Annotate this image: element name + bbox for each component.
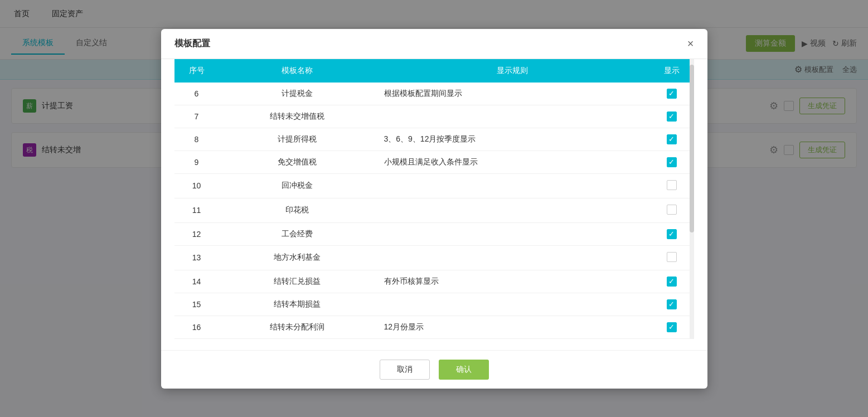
cell-id-5: 11 (174, 198, 219, 222)
modal-overlay: 模板配置 × 序号 模板名称 显示规则 显示 6计提税金根据模板配置期间显 (0, 0, 868, 417)
cell-check-0 (649, 83, 694, 105)
cell-id-4: 10 (174, 173, 219, 198)
col-header-id: 序号 (174, 59, 219, 83)
cell-name-6: 工会经费 (219, 222, 375, 245)
modal-template-config: 模板配置 × 序号 模板名称 显示规则 显示 6计提税金根据模板配置期间显 (161, 29, 707, 389)
cell-name-4: 回冲税金 (219, 173, 375, 198)
table-row: 13地方水利基金 (174, 245, 694, 270)
cell-rule-0: 根据模板配置期间显示 (375, 83, 649, 105)
cell-rule-9 (375, 293, 649, 316)
cell-name-7: 地方水利基金 (219, 245, 375, 270)
cell-check-5 (649, 198, 694, 222)
cell-id-2: 8 (174, 128, 219, 151)
cell-id-1: 7 (174, 105, 219, 128)
modal-body: 序号 模板名称 显示规则 显示 6计提税金根据模板配置期间显示7结转未交增值税8… (161, 59, 707, 350)
cell-check-8 (649, 270, 694, 293)
checkbox-6[interactable] (667, 229, 677, 239)
col-header-display: 显示 (649, 59, 694, 83)
cell-check-10 (649, 316, 694, 338)
col-header-name: 模板名称 (219, 59, 375, 83)
cell-name-5: 印花税 (219, 198, 375, 222)
cell-rule-7 (375, 245, 649, 270)
checkbox-3[interactable] (667, 157, 677, 167)
scroll-thumb (690, 65, 694, 232)
cell-rule-8: 有外币核算显示 (375, 270, 649, 293)
cell-rule-6 (375, 222, 649, 245)
scrollbar[interactable] (690, 59, 694, 339)
cell-name-8: 结转汇兑损益 (219, 270, 375, 293)
table-row: 9免交增值税小规模且满足收入条件显示 (174, 151, 694, 173)
cell-rule-1 (375, 105, 649, 128)
table-row: 16结转未分配利润12月份显示 (174, 316, 694, 338)
table-row: 15结转本期损益 (174, 293, 694, 316)
checkbox-4[interactable] (667, 180, 677, 190)
checkbox-10[interactable] (667, 322, 677, 332)
cell-name-0: 计提税金 (219, 83, 375, 105)
confirm-button[interactable]: 确认 (439, 360, 489, 380)
cell-id-3: 9 (174, 151, 219, 173)
checkbox-7[interactable] (667, 252, 677, 262)
cell-name-2: 计提所得税 (219, 128, 375, 151)
checkbox-1[interactable] (667, 111, 677, 122)
cell-rule-5 (375, 198, 649, 222)
cell-name-9: 结转本期损益 (219, 293, 375, 316)
cell-check-3 (649, 151, 694, 173)
cell-rule-3: 小规模且满足收入条件显示 (375, 151, 649, 173)
cell-check-2 (649, 128, 694, 151)
table-row: 12工会经费 (174, 222, 694, 245)
cell-check-7 (649, 245, 694, 270)
table-row: 10回冲税金 (174, 173, 694, 198)
col-header-rule: 显示规则 (375, 59, 649, 83)
modal-footer: 取消 确认 (161, 350, 707, 389)
cell-rule-2: 3、6、9、12月按季度显示 (375, 128, 649, 151)
table-row: 14结转汇兑损益有外币核算显示 (174, 270, 694, 293)
cell-id-9: 15 (174, 293, 219, 316)
checkbox-0[interactable] (667, 89, 677, 99)
config-table: 序号 模板名称 显示规则 显示 6计提税金根据模板配置期间显示7结转未交增值税8… (174, 59, 694, 339)
cell-check-6 (649, 222, 694, 245)
cell-rule-10: 12月份显示 (375, 316, 649, 338)
modal-title: 模板配置 (174, 38, 210, 50)
cell-name-1: 结转未交增值税 (219, 105, 375, 128)
checkbox-9[interactable] (667, 299, 677, 309)
modal-close-button[interactable]: × (687, 38, 694, 49)
cancel-button[interactable]: 取消 (380, 360, 430, 380)
cell-check-1 (649, 105, 694, 128)
cell-check-4 (649, 173, 694, 198)
cell-id-0: 6 (174, 83, 219, 105)
cell-rule-4 (375, 173, 649, 198)
cell-id-10: 16 (174, 316, 219, 338)
table-row: 8计提所得税3、6、9、12月按季度显示 (174, 128, 694, 151)
cell-name-3: 免交增值税 (219, 151, 375, 173)
cell-id-8: 14 (174, 270, 219, 293)
cell-id-7: 13 (174, 245, 219, 270)
cell-name-10: 结转未分配利润 (219, 316, 375, 338)
table-row: 7结转未交增值税 (174, 105, 694, 128)
table-row: 6计提税金根据模板配置期间显示 (174, 83, 694, 105)
checkbox-8[interactable] (667, 277, 677, 287)
checkbox-2[interactable] (667, 134, 677, 144)
cell-check-9 (649, 293, 694, 316)
table-row: 11印花税 (174, 198, 694, 222)
modal-header: 模板配置 × (161, 29, 707, 59)
table-wrapper: 序号 模板名称 显示规则 显示 6计提税金根据模板配置期间显示7结转未交增值税8… (174, 59, 694, 339)
checkbox-5[interactable] (667, 205, 677, 215)
cell-id-6: 12 (174, 222, 219, 245)
